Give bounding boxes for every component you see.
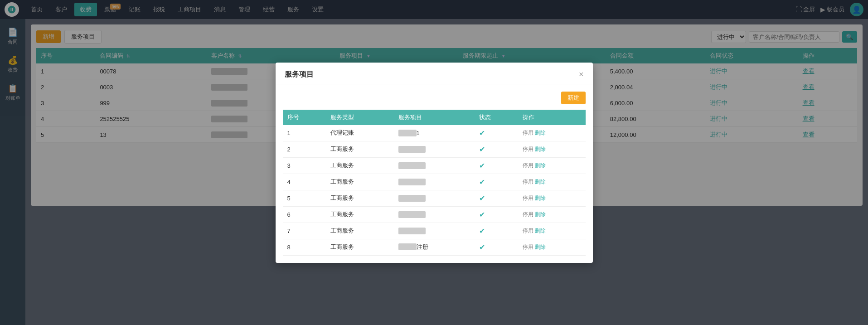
modal-cell-seq: 4 <box>283 174 326 190</box>
modal-cell-item: XXXXXXX <box>394 206 475 223</box>
modal-cell-action[interactable]: 停用 删除 <box>518 206 586 223</box>
stop-button[interactable]: 停用 <box>523 211 533 218</box>
modal-cell-item: XXXXXX <box>394 174 475 190</box>
modal-table-row: 8 工商服务 XX注册 ✔ 停用 删除 <box>283 239 586 255</box>
modal-cell-item: XX注册 <box>394 239 475 255</box>
modal-cell-item: XXXXXX <box>394 190 475 206</box>
modal-cell-type: 工商服务 <box>326 206 394 223</box>
modal-cell-action[interactable]: 停用 删除 <box>518 125 586 141</box>
delete-button[interactable]: 删除 <box>535 146 546 153</box>
delete-button[interactable]: 删除 <box>535 129 546 137</box>
modal-cell-seq: 7 <box>283 223 326 239</box>
modal-overlay[interactable]: 服务项目 × 新建 序号 服务类型 服务项目 状态 操作 <box>0 0 868 325</box>
stop-button[interactable]: 停用 <box>523 162 533 170</box>
modal-cell-item: XX1 <box>394 125 475 141</box>
modal-close-button[interactable]: × <box>579 70 584 79</box>
status-check-icon: ✔ <box>479 211 485 218</box>
modal-th-item: 服务项目 <box>394 110 475 125</box>
modal-cell-status: ✔ <box>475 223 518 239</box>
modal-body: 新建 序号 服务类型 服务项目 状态 操作 1 代理记账 <box>276 84 593 263</box>
status-check-icon: ✔ <box>479 178 485 186</box>
modal-cell-action[interactable]: 停用 删除 <box>518 239 586 255</box>
stop-button[interactable]: 停用 <box>523 243 533 251</box>
modal-cell-seq: 5 <box>283 190 326 206</box>
modal-title: 服务项目 <box>285 70 314 79</box>
modal-cell-type: 工商服务 <box>326 141 394 157</box>
modal-cell-seq: 1 <box>283 125 326 141</box>
modal-toolbar: 新建 <box>283 92 586 104</box>
modal-cell-action[interactable]: 停用 删除 <box>518 157 586 174</box>
status-check-icon: ✔ <box>479 146 485 153</box>
stop-button[interactable]: 停用 <box>523 194 533 202</box>
modal-cell-status: ✔ <box>475 141 518 157</box>
modal-cell-item: XXXXXX <box>394 141 475 157</box>
modal-cell-seq: 8 <box>283 239 326 255</box>
modal-th-action: 操作 <box>518 110 586 125</box>
modal-table-row: 3 工商服务 XXXXXX ✔ 停用 删除 <box>283 157 586 174</box>
modal-cell-action[interactable]: 停用 删除 <box>518 223 586 239</box>
modal-cell-type: 工商服务 <box>326 174 394 190</box>
modal-cell-action[interactable]: 停用 删除 <box>518 174 586 190</box>
delete-button[interactable]: 删除 <box>535 227 546 235</box>
stop-button[interactable]: 停用 <box>523 146 533 153</box>
modal-cell-status: ✔ <box>475 190 518 206</box>
modal-table-scroll[interactable]: 序号 服务类型 服务项目 状态 操作 1 代理记账 XX1 ✔ 停用 删除 2 … <box>283 110 586 256</box>
status-check-icon: ✔ <box>479 162 485 170</box>
modal-cell-seq: 3 <box>283 157 326 174</box>
modal-cell-action[interactable]: 停用 删除 <box>518 190 586 206</box>
modal-cell-seq: 2 <box>283 141 326 157</box>
modal-cell-type: 工商服务 <box>326 157 394 174</box>
modal-th-seq: 序号 <box>283 110 326 125</box>
modal-cell-type: 工商服务 <box>326 239 394 255</box>
modal-cell-type: 工商服务 <box>326 223 394 239</box>
stop-button[interactable]: 停用 <box>523 129 533 137</box>
service-table: 序号 服务类型 服务项目 状态 操作 1 代理记账 XX1 ✔ 停用 删除 2 … <box>283 110 586 256</box>
modal-th-status: 状态 <box>475 110 518 125</box>
modal-header: 服务项目 × <box>276 63 593 84</box>
modal-table-row: 2 工商服务 XXXXXX ✔ 停用 删除 <box>283 141 586 157</box>
modal-table-row: 6 工商服务 XXXXXXX ✔ 停用 删除 <box>283 206 586 223</box>
modal-table-row: 7 工商服务 XXXXXX ✔ 停用 删除 <box>283 223 586 239</box>
modal-cell-status: ✔ <box>475 174 518 190</box>
status-check-icon: ✔ <box>479 243 485 251</box>
modal-header-row: 序号 服务类型 服务项目 状态 操作 <box>283 110 586 125</box>
delete-button[interactable]: 删除 <box>535 211 546 218</box>
modal-cell-action[interactable]: 停用 删除 <box>518 141 586 157</box>
delete-button[interactable]: 删除 <box>535 194 546 202</box>
modal-cell-item: XXXXXX <box>394 157 475 174</box>
status-check-icon: ✔ <box>479 194 485 202</box>
modal-cell-type: 工商服务 <box>326 190 394 206</box>
modal-new-button[interactable]: 新建 <box>561 92 586 104</box>
stop-button[interactable]: 停用 <box>523 227 533 235</box>
modal-cell-status: ✔ <box>475 157 518 174</box>
modal-cell-status: ✔ <box>475 125 518 141</box>
modal-table-row: 4 工商服务 XXXXXX ✔ 停用 删除 <box>283 174 586 190</box>
status-check-icon: ✔ <box>479 227 485 235</box>
stop-button[interactable]: 停用 <box>523 178 533 186</box>
delete-button[interactable]: 删除 <box>535 162 546 170</box>
modal-cell-seq: 6 <box>283 206 326 223</box>
service-modal: 服务项目 × 新建 序号 服务类型 服务项目 状态 操作 <box>276 63 593 263</box>
modal-cell-status: ✔ <box>475 239 518 255</box>
delete-button[interactable]: 删除 <box>535 243 546 251</box>
modal-th-type: 服务类型 <box>326 110 394 125</box>
status-check-icon: ✔ <box>479 129 485 137</box>
modal-cell-type: 代理记账 <box>326 125 394 141</box>
delete-button[interactable]: 删除 <box>535 178 546 186</box>
modal-table-row: 5 工商服务 XXXXXX ✔ 停用 删除 <box>283 190 586 206</box>
modal-cell-status: ✔ <box>475 206 518 223</box>
modal-table-row: 1 代理记账 XX1 ✔ 停用 删除 <box>283 125 586 141</box>
modal-cell-item: XXXXXX <box>394 223 475 239</box>
